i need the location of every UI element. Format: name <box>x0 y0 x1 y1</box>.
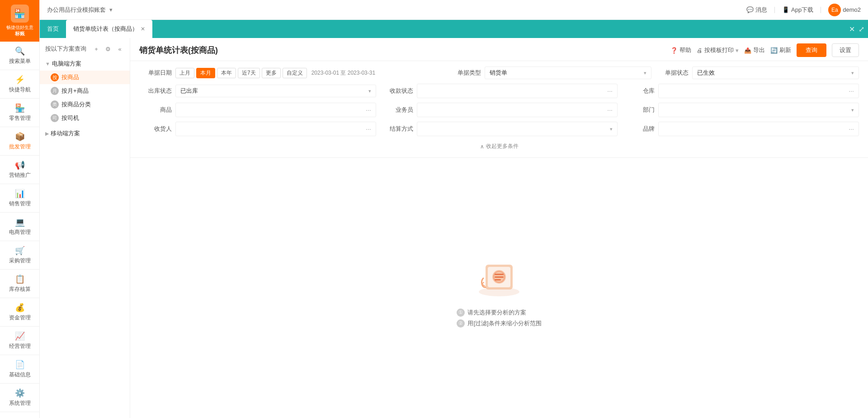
finance-icon: 💰 <box>15 303 25 313</box>
chevron-right-icon: ▶ <box>45 131 49 137</box>
recipient-select[interactable]: ··· <box>175 122 376 136</box>
tab-bar-actions: ✕ ⤢ <box>849 25 868 33</box>
help-btn[interactable]: ❓ 帮助 <box>670 46 691 54</box>
right-panel: 销货单统计表(按商品) ❓ 帮助 🖨 按模板打印 ▾ 📤 导出 <box>130 38 868 418</box>
tab-sales-stat[interactable]: 销货单统计表（按商品） ✕ <box>66 20 152 38</box>
salesperson-filter: 业务员 ··· <box>381 103 618 117</box>
header-right: 💬 消息 📱 App下载 Ea demo2 <box>746 4 861 16</box>
filter-row-2: 出库状态 已出库 ▾ 收款状态 ··· <box>139 84 859 98</box>
dropdown-arrow[interactable]: ▾ <box>109 6 113 13</box>
app-logo: 🏪 畅捷信好生意 标账 <box>0 0 40 42</box>
sidebar-item-label: 系统管理 <box>9 399 31 407</box>
settings-btn[interactable]: 设置 <box>832 43 859 57</box>
sidebar-item-purchase[interactable]: 🛒 采购管理 <box>0 241 39 270</box>
header-left: 办公用品行业模拟账套 ▾ <box>47 6 113 14</box>
filter-row-1: 单据日期 上月 本月 本年 近7天 更多 自定义 2023-03-01 至 20… <box>139 66 859 79</box>
refresh-btn[interactable]: 🔄 刷新 <box>770 46 791 54</box>
desktop-group-header[interactable]: ▼ 电脑端方案 <box>40 57 130 71</box>
left-panel-header-actions: + ⚙ « <box>92 44 124 53</box>
app-download-label: App下载 <box>791 6 813 14</box>
collapse-label: 收起更多条件 <box>486 142 519 150</box>
print-template-btn[interactable]: 🖨 按模板打印 ▾ <box>697 46 739 54</box>
doc-type-select[interactable]: 销货单 ▾ <box>485 66 651 79</box>
sidebar: 🏪 畅捷信好生意 标账 🔍 搜索菜单 ⚡ 快捷导航 🏪 零售管理 📦 批发管理 … <box>0 0 40 418</box>
sidebar-item-ecommerce[interactable]: 💻 电商管理 <box>0 213 39 241</box>
sidebar-item-system[interactable]: ⚙️ 系统管理 <box>0 384 39 412</box>
brand-select[interactable]: ··· <box>658 122 859 136</box>
doc-status-label: 单据状态 <box>656 69 692 77</box>
sidebar-item-label: 快捷导航 <box>9 86 31 94</box>
warehouse-status-filter: 出库状态 已出库 ▾ <box>139 85 376 97</box>
doc-status-select[interactable]: 已生效 ▾ <box>692 66 859 79</box>
settlement-select[interactable]: ▾ <box>417 122 618 136</box>
salesperson-select[interactable]: ··· <box>417 103 618 117</box>
tab-close-btn[interactable]: ✕ <box>141 26 145 32</box>
tab-home[interactable]: 首页 <box>40 20 66 38</box>
sidebar-item-basic-info[interactable]: 📄 基础信息 <box>0 355 39 384</box>
empty-tip-2: ② 用[过滤]条件来缩小分析范围 <box>457 319 541 328</box>
date-btn-last-month[interactable]: 上月 <box>175 68 194 78</box>
retail-icon: 🏪 <box>15 103 25 113</box>
message-btn[interactable]: 💬 消息 <box>746 6 767 14</box>
recipient-dots: ··· <box>366 125 371 133</box>
tab-minimize-btn[interactable]: ✕ <box>849 25 855 33</box>
settlement-arrow: ▾ <box>610 126 613 132</box>
warehouse-status-label: 出库状态 <box>139 87 175 95</box>
sidebar-item-label: 零售管理 <box>9 114 31 122</box>
marketing-icon: 📢 <box>15 160 25 170</box>
sidebar-item-operations[interactable]: 📈 经营管理 <box>0 327 39 355</box>
date-btn-more[interactable]: 更多 <box>262 68 281 78</box>
sidebar-item-label: 采购管理 <box>9 257 31 265</box>
settlement-filter: 结算方式 ▾ <box>381 122 618 136</box>
sidebar-item-search-menu[interactable]: 🔍 搜索菜单 <box>0 42 39 70</box>
warehouse-status-select[interactable]: 已出库 ▾ <box>175 85 376 97</box>
empty-tips: ① 请先选择要分析的方案 ② 用[过滤]条件来缩小分析范围 <box>457 309 541 328</box>
payment-status-select[interactable]: ··· <box>417 84 618 98</box>
sidebar-item-quick-nav[interactable]: ⚡ 快捷导航 <box>0 70 39 99</box>
date-btn-custom[interactable]: 自定义 <box>283 68 307 78</box>
warehouse-select[interactable]: ··· <box>658 84 859 98</box>
date-btn-this-year[interactable]: 本年 <box>217 68 236 78</box>
search-menu-icon: 🔍 <box>15 46 25 56</box>
collapse-row: ∧ 收起更多条件 <box>139 141 859 152</box>
mobile-group-header[interactable]: ▶ 移动端方案 <box>40 127 130 140</box>
app-download-btn[interactable]: 📱 App下载 <box>782 6 813 14</box>
wholesale-icon: 📦 <box>15 132 25 142</box>
payment-status-label: 收款状态 <box>381 87 417 95</box>
sidebar-item-finance[interactable]: 💰 资金管理 <box>0 298 39 327</box>
solution-item-by-month-product[interactable]: 月 按月+商品 <box>40 84 130 98</box>
add-solution-btn[interactable]: + <box>92 44 101 53</box>
solution-item-by-printer[interactable]: 司 按司机 <box>40 111 130 125</box>
print-dropdown-icon: ▾ <box>736 47 739 54</box>
date-btn-this-month[interactable]: 本月 <box>196 68 215 78</box>
header-divider1 <box>774 7 775 13</box>
product-select[interactable]: ··· <box>175 103 376 117</box>
sidebar-item-sales[interactable]: 📊 销售管理 <box>0 184 39 213</box>
query-btn[interactable]: 查询 <box>797 43 826 57</box>
sidebar-item-enterprise[interactable]: 🤝 企业协同 <box>0 412 39 418</box>
tab-maximize-btn[interactable]: ⤢ <box>859 25 864 33</box>
doc-status-arrow: ▾ <box>851 70 854 76</box>
collapse-btn[interactable]: ∧ 收起更多条件 <box>139 141 859 152</box>
solution-item-by-product[interactable]: 按 按商品 <box>40 71 130 84</box>
date-btn-last-7days[interactable]: 近7天 <box>238 68 260 78</box>
department-label: 部门 <box>622 106 658 114</box>
department-select[interactable]: ▾ <box>658 103 859 117</box>
solution-item-by-category[interactable]: 类 按商品分类 <box>40 98 130 111</box>
sidebar-item-inventory[interactable]: 📋 库存核算 <box>0 270 39 298</box>
user-btn[interactable]: Ea demo2 <box>828 4 861 16</box>
sidebar-item-retail[interactable]: 🏪 零售管理 <box>0 99 39 127</box>
collapse-panel-btn[interactable]: « <box>115 44 124 53</box>
left-panel: 按以下方案查询 + ⚙ « ▼ 电脑端方案 按 按商品 月 <box>40 38 130 418</box>
date-range-value: 2023-03-01 至 2023-03-31 <box>311 69 375 77</box>
sidebar-item-label: 基础信息 <box>9 371 31 379</box>
left-panel-title: 按以下方案查询 <box>45 45 86 53</box>
export-btn[interactable]: 📤 导出 <box>744 46 765 54</box>
settings-solution-btn[interactable]: ⚙ <box>104 44 113 53</box>
help-label: 帮助 <box>679 46 691 54</box>
export-label: 导出 <box>753 46 765 54</box>
sidebar-item-wholesale[interactable]: 📦 批发管理 <box>0 127 39 156</box>
sidebar-item-marketing[interactable]: 📢 营销推广 <box>0 156 39 184</box>
doc-type-arrow: ▾ <box>644 70 646 76</box>
sidebar-item-label: 经营管理 <box>9 342 31 350</box>
